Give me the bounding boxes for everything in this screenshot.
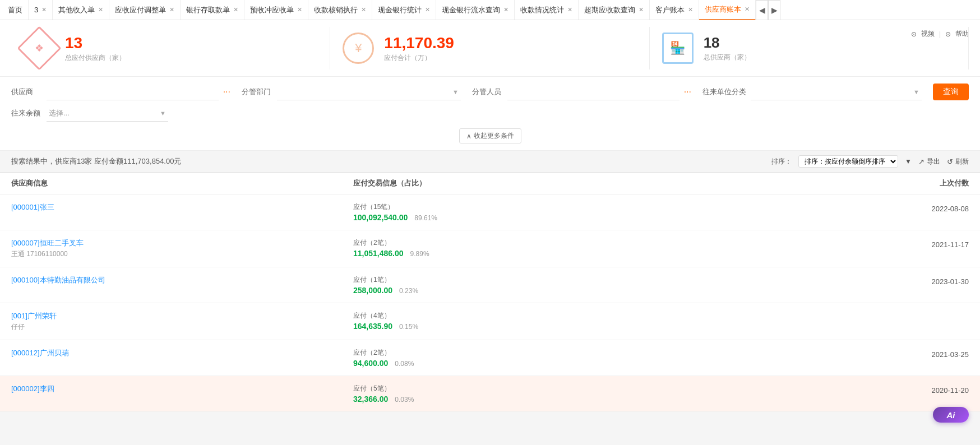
sort-select[interactable]: 排序：按应付余额倒序排序 xyxy=(798,155,898,168)
nav-tab-bank-deposit[interactable]: 银行存取款单 ✕ xyxy=(181,0,244,20)
query-button[interactable]: 查询 xyxy=(933,84,969,100)
balance-filter-select[interactable]: 选择... xyxy=(47,105,168,122)
nav-tab-ap-adjust-label: 应收应付调整单 xyxy=(115,5,166,15)
help-link[interactable]: 帮助 xyxy=(955,29,969,39)
nav-tab-3[interactable]: 3 ✕ xyxy=(29,0,53,20)
nav-tab-3-label: 3 xyxy=(34,6,38,14)
category-filter-select[interactable] xyxy=(751,84,922,100)
nav-tab-customer-account-close[interactable]: ✕ xyxy=(688,6,693,13)
nav-tab-prepay-collect-close[interactable]: ✕ xyxy=(297,6,302,13)
person-filter-input[interactable] xyxy=(507,84,679,100)
tx-label-6: 应付（5笔） xyxy=(353,384,764,393)
supplier-code-6: [000002] xyxy=(11,384,40,393)
nav-tab-cash-bank-flow-label: 现金银行流水查询 xyxy=(442,5,500,15)
nav-tab-cash-bank-stat[interactable]: 现金银行统计 ✕ xyxy=(372,0,436,20)
ai-bubble[interactable]: Ai xyxy=(933,407,969,423)
separator: | xyxy=(939,30,941,38)
supplier-code-3: [000100] xyxy=(11,276,40,284)
nav-tab-collect-verify-close[interactable]: ✕ xyxy=(361,6,366,13)
table-row[interactable]: [000002]李四 应付（5笔） 32,366.00 0.03% 2020-1… xyxy=(0,376,980,412)
table-row[interactable]: [001]广州荣轩 仔仔 应付（4笔） 164,635.90 0.15% xyxy=(0,303,980,340)
filter-category: 往来单位分类 ▼ xyxy=(702,84,922,100)
nav-arrow-left[interactable]: ◀ xyxy=(756,0,768,20)
supplier-link-2[interactable]: [000007]恒旺二手叉车 xyxy=(11,239,84,247)
nav-tab-cash-bank-flow[interactable]: 现金银行流水查询 ✕ xyxy=(436,0,515,20)
collapse-up-icon: ∧ xyxy=(466,132,471,140)
nav-tab-collect-stat-close[interactable]: ✕ xyxy=(567,6,572,13)
nav-tab-other-income-close[interactable]: ✕ xyxy=(98,6,103,13)
tx-amount-5[interactable]: 94,600.00 xyxy=(353,359,388,368)
last-pay-2: 2021-11-17 xyxy=(764,238,969,249)
table-row[interactable]: [000100]本特勤油品有限公司 应付（1笔） 258,000.00 0.23… xyxy=(0,267,980,303)
summary-text-total: 18 总供应商（家） xyxy=(704,34,751,62)
supplier-info-6: [000002]李四 xyxy=(11,384,353,395)
supplier-link-1[interactable]: [000001]张三 xyxy=(11,203,54,211)
circle-icon: ⊙ xyxy=(911,30,917,38)
person-filter-dots[interactable]: ··· xyxy=(684,87,691,97)
nav-tab-3-close[interactable]: ✕ xyxy=(41,6,47,13)
tx-label-4: 应付（4笔） xyxy=(353,311,764,321)
tx-amount-3[interactable]: 258,000.00 xyxy=(353,286,392,295)
store-icon: 🏪 xyxy=(662,33,694,64)
supplier-sub-4: 仔仔 xyxy=(11,322,353,332)
category-filter-wrap: ▼ xyxy=(751,84,922,100)
collapse-button[interactable]: ∧ 收起更多条件 xyxy=(459,128,521,143)
supplier-name-6: 李四 xyxy=(40,384,54,393)
nav-tab-home[interactable]: 首页 xyxy=(2,0,29,20)
nav-tab-overdue-collect[interactable]: 超期应收款查询 ✕ xyxy=(579,0,650,20)
export-icon: ↗ xyxy=(918,157,924,166)
supplier-link-5[interactable]: [000012]广州贝瑞 xyxy=(11,349,69,357)
supplier-filter-input[interactable] xyxy=(47,84,219,100)
tx-amount-2[interactable]: 11,051,486.00 xyxy=(353,249,404,258)
nav-tab-collect-verify[interactable]: 收款核销执行 ✕ xyxy=(308,0,372,20)
nav-tab-overdue-collect-close[interactable]: ✕ xyxy=(639,6,644,13)
nav-tab-customer-account[interactable]: 客户账本 ✕ xyxy=(650,0,699,20)
supplier-link-3[interactable]: [000100]本特勤油品有限公司 xyxy=(11,276,105,284)
supplier-filter-label: 供应商 xyxy=(11,87,42,97)
supplier-link-6[interactable]: [000002]李四 xyxy=(11,384,54,393)
table-header: 供应商信息 应付交易信息（占比） 上次付数 xyxy=(0,173,980,194)
nav-tab-cash-bank-flow-close[interactable]: ✕ xyxy=(503,6,509,13)
supplier-info-4: [001]广州荣轩 仔仔 xyxy=(11,311,353,332)
total-count: 18 xyxy=(704,34,751,52)
tx-percent-6: 0.03% xyxy=(395,396,414,404)
nav-tab-other-income[interactable]: 其他收入单 ✕ xyxy=(53,0,109,20)
dept-filter-select[interactable] xyxy=(277,84,461,100)
tx-label-3: 应付（1笔） xyxy=(353,275,764,285)
nav-arrow-right[interactable]: ▶ xyxy=(768,0,780,20)
last-pay-6: 2020-11-20 xyxy=(764,384,969,395)
tx-amount-4[interactable]: 164,635.90 xyxy=(353,322,392,331)
nav-tab-bank-deposit-close[interactable]: ✕ xyxy=(233,6,238,13)
tx-amount-6[interactable]: 32,366.00 xyxy=(353,395,388,404)
nav-tab-supplier-account-close[interactable]: ✕ xyxy=(745,6,750,13)
refresh-label: 刷新 xyxy=(955,157,969,166)
dept-filter-label: 分管部门 xyxy=(242,87,272,97)
top-nav: 首页 3 ✕ 其他收入单 ✕ 应收应付调整单 ✕ 银行存取款单 ✕ 预收冲应收单… xyxy=(0,0,980,20)
table-row[interactable]: [000001]张三 应付（15笔） 100,092,540.00 89.61%… xyxy=(0,194,980,230)
nav-tab-cash-bank-stat-label: 现金银行统计 xyxy=(378,5,422,15)
sort-dropdown-arrow-icon: ▼ xyxy=(905,157,912,165)
export-button[interactable]: ↗ 导出 xyxy=(918,157,940,166)
nav-tab-ap-adjust[interactable]: 应收应付调整单 ✕ xyxy=(109,0,181,20)
video-link[interactable]: 视频 xyxy=(921,29,935,39)
nav-tab-supplier-account[interactable]: 供应商账本 ✕ xyxy=(699,0,756,20)
nav-tab-cash-bank-stat-close[interactable]: ✕ xyxy=(425,6,430,13)
supplier-filter-dots[interactable]: ··· xyxy=(223,87,230,97)
tx-amount-1[interactable]: 100,092,540.00 xyxy=(353,213,408,222)
nav-tab-collect-stat[interactable]: 收款情况统计 ✕ xyxy=(515,0,579,20)
nav-tab-prepay-collect[interactable]: 预收冲应收单 ✕ xyxy=(244,0,308,20)
refresh-icon: ↺ xyxy=(947,157,953,166)
supplier-info-2: [000007]恒旺二手叉车 王通 17106110000 xyxy=(11,238,353,259)
summary-icon-suppliers: ❖ xyxy=(22,31,56,65)
refresh-button[interactable]: ↺ 刷新 xyxy=(947,157,969,166)
table-row[interactable]: [000012]广州贝瑞 应付（2笔） 94,600.00 0.08% 2021… xyxy=(0,340,980,376)
supplier-link-4[interactable]: [001]广州荣轩 xyxy=(11,312,57,320)
nav-tab-prepay-collect-label: 预收冲应收单 xyxy=(250,5,294,15)
table-row[interactable]: [000007]恒旺二手叉车 王通 17106110000 应付（2笔） 11,… xyxy=(0,230,980,267)
suppliers-label: 总应付供应商（家） xyxy=(65,53,126,63)
tx-percent-2: 9.89% xyxy=(410,250,429,258)
nav-tab-ap-adjust-close[interactable]: ✕ xyxy=(169,6,174,13)
supplier-info-1: [000001]张三 xyxy=(11,202,353,214)
tx-label-2: 应付（2笔） xyxy=(353,238,764,248)
diamond-icon: ❖ xyxy=(17,26,61,70)
